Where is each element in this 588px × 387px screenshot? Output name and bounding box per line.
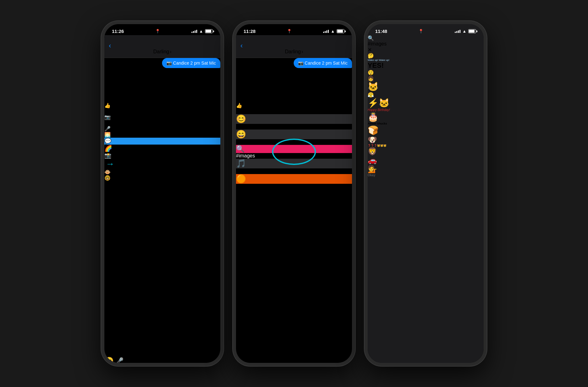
- key-e[interactable]: E: [104, 192, 220, 198]
- gallery-cell-17[interactable]: 💁: [368, 165, 484, 173]
- key2-d[interactable]: D: [236, 257, 352, 263]
- key2-r[interactable]: R: [236, 206, 352, 212]
- gallery-cell-14[interactable]: ❓❓❓🐱🐱🐱: [368, 144, 484, 147]
- key2-q[interactable]: Q: [236, 189, 352, 195]
- gallery-cell-11[interactable]: Awww Shucks: [368, 122, 484, 125]
- key2-return[interactable]: return: [236, 359, 352, 363]
- key2-space[interactable]: space: [236, 354, 352, 359]
- audio-icon-1[interactable]: 🎤: [104, 126, 111, 131]
- key-s[interactable]: S: [104, 243, 220, 249]
- gallery-cell-18[interactable]: Okay: [368, 173, 484, 177]
- key-r[interactable]: R: [104, 198, 220, 204]
- key2-w[interactable]: W: [236, 195, 352, 201]
- key-b[interactable]: B: [104, 317, 220, 322]
- key-k[interactable]: K: [104, 277, 220, 283]
- imessage-input-1[interactable]: iMessage: [104, 120, 220, 126]
- gallery-cell-3[interactable]: YES!: [368, 61, 484, 70]
- contact-info-2[interactable]: Darling ›: [285, 37, 303, 55]
- key2-v[interactable]: V: [236, 320, 352, 325]
- key-shift[interactable]: ⇧: [104, 288, 220, 294]
- gallery-cell-7[interactable]: 😤: [368, 92, 484, 98]
- key-delete[interactable]: ⌫: [104, 334, 220, 340]
- back-button-1[interactable]: ‹: [109, 42, 111, 50]
- gallery-cell-16[interactable]: 🚗: [368, 156, 484, 165]
- gallery-cell-15[interactable]: 🦁: [368, 147, 484, 156]
- key-w[interactable]: W: [104, 187, 220, 192]
- gallery-cell-12[interactable]: 🍞: [368, 125, 484, 135]
- app-images[interactable]: 🔍 #images: [236, 145, 352, 159]
- key2-f[interactable]: F: [236, 263, 352, 268]
- bitmoji-icon-1[interactable]: 🤓: [104, 175, 220, 181]
- key2-u[interactable]: U: [236, 223, 352, 229]
- gallery-cell-8[interactable]: ⚡🐱: [368, 98, 484, 108]
- key-y[interactable]: Y: [104, 209, 220, 215]
- app4-icon-1[interactable]: 📸: [104, 152, 220, 159]
- key2-b[interactable]: B: [236, 325, 352, 331]
- key2-j[interactable]: J: [236, 280, 352, 285]
- key2-z[interactable]: Z: [236, 303, 352, 308]
- key2-m[interactable]: M: [236, 337, 352, 342]
- mic-icon-1[interactable]: 🎤: [115, 357, 123, 363]
- key-n[interactable]: N: [104, 322, 220, 328]
- key-q[interactable]: Q: [104, 181, 220, 187]
- key2-h[interactable]: H: [236, 274, 352, 280]
- key-i[interactable]: I: [104, 220, 220, 226]
- gallery-cell-13[interactable]: 🐶: [368, 135, 484, 144]
- key2-a[interactable]: A: [236, 246, 352, 252]
- monkey-icon-1[interactable]: 🐵: [104, 169, 220, 175]
- key-l[interactable]: L: [104, 283, 220, 288]
- key2-p[interactable]: P: [236, 240, 352, 246]
- contact-info-1[interactable]: Darling ›: [153, 37, 171, 55]
- key2-k[interactable]: K: [236, 285, 352, 291]
- key2-shift[interactable]: ⇧: [236, 297, 352, 303]
- app-heads[interactable]: 🟠 Heads: [236, 174, 352, 189]
- key-return[interactable]: return: [104, 351, 220, 357]
- key2-e[interactable]: E: [236, 201, 352, 206]
- key2-x[interactable]: X: [236, 308, 352, 314]
- key2-t[interactable]: T: [236, 212, 352, 218]
- key2-g[interactable]: G: [236, 268, 352, 274]
- key2-y[interactable]: Y: [236, 218, 352, 223]
- key-a[interactable]: A: [104, 237, 220, 243]
- key-x[interactable]: X: [104, 300, 220, 305]
- gallery-cell-5[interactable]: 👧: [368, 76, 484, 82]
- key2-i[interactable]: I: [236, 229, 352, 235]
- back-button-2[interactable]: ‹: [240, 42, 243, 50]
- key-d[interactable]: D: [104, 249, 220, 254]
- gallery-cell-10[interactable]: 🎂: [368, 112, 484, 122]
- key-h[interactable]: H: [104, 266, 220, 271]
- key-c[interactable]: C: [104, 305, 220, 311]
- apps-icon-1[interactable]: 🅰: [112, 114, 117, 120]
- emoji-icon-1[interactable]: 😊: [104, 357, 114, 363]
- app3-icon-1[interactable]: 🌈: [104, 145, 220, 152]
- app2-icon-1[interactable]: 💬: [104, 138, 220, 145]
- key2-n[interactable]: N: [236, 331, 352, 337]
- key-t[interactable]: T: [104, 204, 220, 209]
- key-space[interactable]: space: [104, 345, 220, 351]
- gallery-close-button[interactable]: ✕: [368, 47, 484, 53]
- gallery-cell-6[interactable]: 🐱: [368, 82, 484, 92]
- key-m[interactable]: M: [104, 328, 220, 334]
- key-p[interactable]: P: [104, 232, 220, 237]
- gallery-cell-9[interactable]: Happy Birthday!: [368, 108, 484, 112]
- key-z[interactable]: Z: [104, 294, 220, 300]
- key-f[interactable]: F: [104, 254, 220, 260]
- camera-icon-1[interactable]: 📷: [104, 114, 111, 120]
- key2-s[interactable]: S: [236, 252, 352, 257]
- photos-icon-1[interactable]: 🌅: [104, 132, 220, 138]
- gallery-cell-4[interactable]: 😲: [368, 70, 484, 76]
- key-u[interactable]: U: [104, 215, 220, 220]
- key-g[interactable]: G: [104, 260, 220, 266]
- key2-delete[interactable]: ⌫: [236, 342, 352, 348]
- key2-c[interactable]: C: [236, 314, 352, 320]
- app-sticker[interactable]: 😄 Sticke: [236, 130, 352, 145]
- app-music[interactable]: 🎵 Music: [236, 159, 352, 174]
- key-o[interactable]: O: [104, 226, 220, 232]
- key-123[interactable]: 123: [104, 340, 220, 345]
- key-j[interactable]: J: [104, 271, 220, 277]
- key2-123[interactable]: 123: [236, 348, 352, 354]
- key2-o[interactable]: O: [236, 235, 352, 240]
- gallery-cell-1[interactable]: 🤔: [368, 53, 484, 59]
- key2-l[interactable]: L: [236, 291, 352, 297]
- gallery-cell-2[interactable]: Wake up! Wake up!: [368, 59, 484, 61]
